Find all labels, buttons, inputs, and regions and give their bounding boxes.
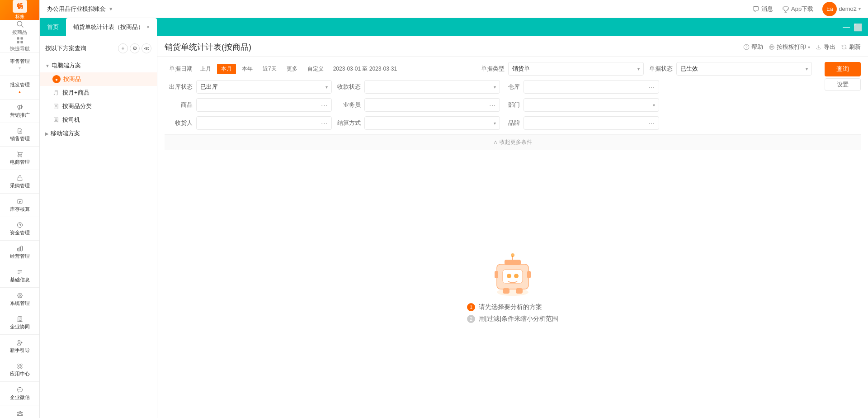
collapse-filter-bar[interactable]: ∧ 收起更多条件 (165, 134, 861, 150)
user-profile[interactable]: Ea demo2 ▾ (822, 2, 861, 16)
tab-current-label: 销货单统计计表（按商品） (73, 23, 144, 31)
collapse-panel-btn[interactable]: ≪ (142, 43, 151, 53)
brand-dots: ··· (648, 119, 655, 127)
print-arrow[interactable]: ▾ (808, 45, 810, 50)
query-button[interactable]: 查询 (825, 62, 861, 76)
svg-line-1 (21, 25, 23, 27)
settlement-arrow: ▾ (494, 121, 496, 126)
member-icon (15, 410, 24, 417)
doc-status-arrow: ▾ (806, 66, 808, 71)
payment-status-label: 收款状态 (337, 83, 364, 91)
print-btn[interactable]: 按模板打印 ▾ (769, 43, 810, 51)
app-download-label: App下载 (791, 5, 813, 13)
dropdown-arrow[interactable]: ▾ (109, 5, 113, 12)
sidebar-item-purchase[interactable]: 采购管理 (0, 170, 40, 194)
sidebar-item-ecommerce[interactable]: 电商管理 (0, 147, 40, 170)
sidebar-item-member[interactable]: 畅会员 (0, 405, 40, 418)
right-action-btns: 查询 设置 (825, 62, 861, 134)
sidebar-item-sales[interactable]: 销售管理 (0, 123, 40, 147)
sidebar-item-finance[interactable]: 资金管理 (0, 217, 40, 241)
sidebar-quick-nav[interactable]: 快捷导航 (0, 36, 40, 52)
warehouse-status-select[interactable]: 已出库 ▾ (196, 80, 332, 94)
collapse-label: 收起更多条件 (500, 139, 532, 145)
date-more[interactable]: 更多 (283, 64, 302, 74)
sidebar-item-newuser[interactable]: 新手引导 (0, 335, 40, 358)
export-icon (816, 44, 822, 50)
purchase-label: 采购管理 (10, 182, 30, 189)
sidebar-search[interactable]: 按商品 (0, 20, 40, 36)
tree-item-by-goods[interactable]: ● 按商品 (40, 72, 157, 86)
sidebar-item-enterprise[interactable]: 企业协同 (0, 311, 40, 335)
date-prev-month[interactable]: 上月 (196, 64, 215, 74)
sidebar-item-apps[interactable]: 应用中心 (0, 358, 40, 382)
apps-icon (15, 363, 24, 370)
tab-minimize-btn[interactable]: — (843, 23, 850, 31)
page-title: 销货单统计计表(按商品) (165, 42, 251, 52)
tab-home[interactable]: 首页 (40, 18, 66, 36)
sidebar-item-basics[interactable]: 基础信息 (0, 264, 40, 288)
sidebar-item-wholesale[interactable]: 批发管理 ▴ (0, 76, 40, 100)
settlement-select[interactable]: ▾ (364, 116, 500, 130)
payment-status-select[interactable]: ▾ (364, 80, 500, 94)
sidebar-item-inventory[interactable]: 库存核算 (0, 194, 40, 217)
store-select[interactable]: ··· (524, 80, 659, 94)
add-scheme-btn[interactable]: + (118, 43, 128, 53)
empty-illustration (486, 251, 540, 296)
tree-item-by-driver[interactable]: 回 按司机 (40, 113, 157, 127)
tip-num-2: 2 (467, 315, 475, 323)
tree-mobile-section[interactable]: ▶ 移动端方案 (40, 127, 157, 140)
month-goods-icon: 月 (52, 89, 60, 96)
settings-scheme-btn[interactable]: ⚙ (130, 43, 140, 53)
date-current-month[interactable]: 本月 (217, 64, 236, 74)
settings-button[interactable]: 设置 (825, 78, 861, 91)
pc-section: ▼ 电脑端方案 ● 按商品 月 按月+商品 回 按商品分类 (40, 57, 157, 142)
refresh-label: 刷新 (849, 43, 861, 51)
filter-row-1: 单据日期 上月 本月 本年 近7天 更多 自定义 (165, 62, 812, 76)
avatar: Ea (822, 2, 837, 16)
user-dropdown-arrow: ▾ (859, 6, 861, 11)
tree-pc-section[interactable]: ▼ 电脑端方案 (40, 59, 157, 72)
logo-icon: 畅 (13, 0, 27, 13)
dept-select[interactable]: ▾ (524, 98, 659, 112)
marketing-icon (15, 104, 24, 111)
date-custom[interactable]: 自定义 (303, 64, 328, 74)
basics-label: 基础信息 (10, 276, 30, 283)
tab-current[interactable]: 销货单统计计表（按商品） × (66, 18, 157, 36)
sidebar-item-system[interactable]: 系统管理 (0, 288, 40, 311)
sidebar-logo[interactable]: 畅 标账 (0, 0, 40, 20)
brand-select[interactable]: ··· (524, 116, 659, 130)
tab-maximize-btn[interactable]: ⬜ (854, 23, 863, 32)
goods-select[interactable]: ··· (196, 98, 332, 112)
payment-arrow: ▾ (494, 85, 496, 90)
tree-item-by-month-goods[interactable]: 月 按月+商品 (40, 86, 157, 100)
date-year[interactable]: 本年 (238, 64, 257, 74)
help-icon (743, 44, 750, 50)
message-label: 消息 (761, 5, 773, 13)
content-area: 1 请先选择要分析的方案 2 用[过滤]条件来缩小分析范围 (157, 155, 868, 418)
app-icon (782, 5, 789, 13)
staff-select[interactable]: ··· (364, 98, 500, 112)
sidebar-item-marketing[interactable]: 营销推广 (0, 100, 40, 123)
staff-dots: ··· (489, 101, 496, 109)
date-7days[interactable]: 近7天 (259, 64, 281, 74)
doc-type-select[interactable]: 销货单 ▾ (508, 62, 644, 76)
message-btn[interactable]: 消息 (752, 5, 773, 13)
tree-item-by-category[interactable]: 回 按商品分类 (40, 100, 157, 113)
refresh-btn[interactable]: 刷新 (841, 43, 861, 51)
sidebar-item-operations[interactable]: 经营管理 (0, 241, 40, 264)
export-btn[interactable]: 导出 (816, 43, 835, 51)
receiver-dots: ··· (321, 119, 328, 127)
svg-rect-5 (20, 41, 23, 43)
avatar-initials: Ea (826, 6, 833, 12)
topbar-right: 消息 App下载 Ea demo2 ▾ (752, 2, 861, 16)
filter-row-3: 商品 ··· 业务员 ··· 部门 (165, 98, 812, 112)
wechat-label: 企业微信 (10, 394, 30, 400)
tab-close-btn[interactable]: × (146, 24, 150, 30)
newuser-icon (15, 339, 24, 346)
help-btn[interactable]: 帮助 (743, 43, 763, 51)
sidebar-item-wechat[interactable]: 企业微信 (0, 382, 40, 405)
receiver-select[interactable]: ··· (196, 116, 332, 130)
sidebar-item-retail[interactable]: 零售管理 ▾ (0, 52, 40, 76)
app-download-btn[interactable]: App下载 (782, 5, 813, 13)
doc-status-select[interactable]: 已生效 ▾ (676, 62, 812, 76)
